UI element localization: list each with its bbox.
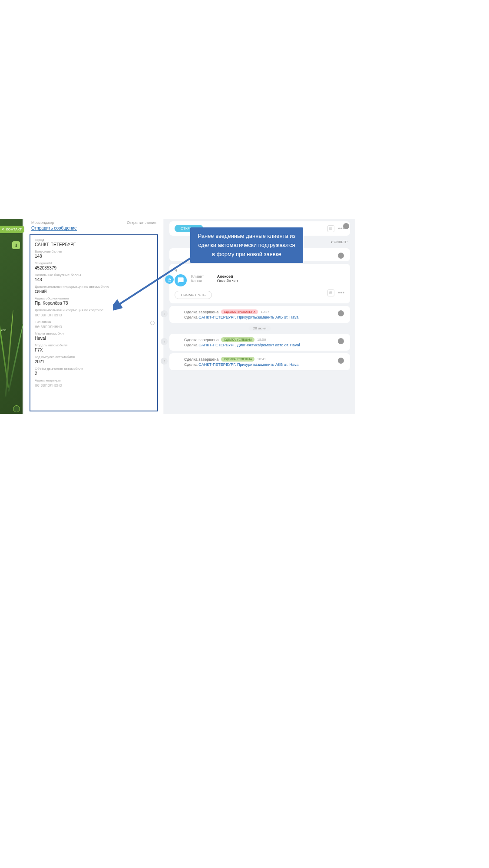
field-value: 2 — [35, 371, 153, 376]
avatar-icon[interactable] — [13, 405, 20, 412]
field-value: не заполнено — [35, 324, 153, 329]
deal-status: Сделка завершена — [184, 357, 218, 362]
messenger-label: Мессенджер — [31, 220, 77, 225]
field-value: F7X — [35, 348, 153, 352]
field-value: 2021 — [35, 359, 153, 364]
field-label: Адрес квартиры — [35, 378, 153, 382]
deal-arrow-icon: ↑ — [161, 338, 168, 345]
avatar-icon — [343, 223, 349, 229]
field-label: Город — [35, 238, 153, 242]
note-icon[interactable]: ▤ — [327, 225, 334, 232]
svg-line-0 — [117, 258, 191, 306]
deal-link[interactable]: САНКТ-ПЕТЕРБУРГ. Диагностика/ремонт авто… — [198, 343, 300, 347]
more-icon[interactable]: ••• — [338, 290, 345, 296]
avatar-icon — [338, 253, 344, 259]
deal-badge: СДЕЛКА ПРОВАЛЕНА — [221, 309, 258, 314]
form-field[interactable]: Адрес квартирыне заполнено — [35, 378, 153, 388]
avatar-icon — [338, 358, 344, 364]
gear-icon[interactable] — [150, 321, 155, 325]
deal-item[interactable]: ↑Сделка завершенаСДЕЛКА УСПЕШНА18:56Сдел… — [169, 334, 350, 351]
deal-arrow-icon: ↑ — [161, 358, 168, 365]
avatar-icon — [338, 338, 344, 344]
deal-time: 10:37 — [261, 310, 269, 314]
app-viewport: КОНТАКТ ⬇ ков Мессенджер Отправить сообщ… — [0, 219, 355, 414]
left-sidebar: КОНТАКТ ⬇ ков — [0, 219, 23, 414]
deal-status: Сделка завершена — [184, 338, 218, 342]
note-icon[interactable]: ▤ — [327, 289, 334, 296]
field-label: Год выпуска автомобиля — [35, 355, 153, 359]
annotation-arrow — [113, 253, 200, 314]
channel-value: Онлайн-чат — [217, 279, 238, 283]
form-field[interactable]: Марка автомобиляHaval — [35, 332, 153, 341]
field-label: Тип замка — [35, 320, 153, 324]
field-label: Бонусные баллы — [35, 250, 153, 253]
deal-time: 18:41 — [257, 357, 266, 361]
avatar-icon — [338, 310, 344, 316]
field-value: САНКТ-ПЕТЕРБУРГ — [35, 242, 153, 247]
open-line-label: Открытая линия — [127, 220, 156, 231]
field-label: Модель автомобиля — [35, 343, 153, 347]
field-value: не заполнено — [35, 383, 153, 388]
field-value: Haval — [35, 336, 153, 341]
kontakt-button[interactable]: КОНТАКТ — [0, 226, 25, 233]
deal-badge: СДЕЛКА УСПЕШНА — [221, 357, 254, 362]
form-field[interactable]: Модель автомобиляF7X — [35, 343, 153, 352]
sidebar-text-fragment: ков — [1, 328, 6, 332]
deal-item[interactable]: ↑Сделка завершенаСДЕЛКА УСПЕШНА18:41Сдел… — [169, 353, 350, 370]
deal-badge: СДЕЛКА УСПЕШНА — [221, 337, 254, 342]
deal-time: 18:56 — [257, 338, 266, 342]
download-icon[interactable]: ⬇ — [12, 241, 20, 249]
contact-form-panel: Мессенджер Отправить сообщение Открытая … — [24, 219, 163, 414]
deal-description: Сделка САНКТ-ПЕТЕРБУРГ. Прикурить/замени… — [184, 315, 345, 319]
deal-link[interactable]: САНКТ-ПЕТЕРБУРГ. Прикурить/заменить АКБ … — [198, 362, 299, 367]
send-message-link[interactable]: Отправить сообщение — [31, 226, 77, 231]
field-label: Объём двигателя автомобиля — [35, 367, 153, 371]
annotation-callout: Ранее введенные данные клиента из сделки… — [190, 227, 303, 263]
client-name: Алексей — [217, 274, 238, 279]
date-divider: 28 июня — [164, 326, 355, 331]
deal-description: Сделка САНКТ-ПЕТЕРБУРГ. Прикурить/замени… — [184, 362, 345, 367]
field-label: Марка автомобиля — [35, 332, 153, 335]
deal-description: Сделка САНКТ-ПЕТЕРБУРГ. Диагностика/ремо… — [184, 343, 345, 347]
form-field[interactable]: ГородСАНКТ-ПЕТЕРБУРГ — [35, 238, 153, 247]
deal-link[interactable]: САНКТ-ПЕТЕРБУРГ. Прикурить/заменить АКБ … — [198, 315, 299, 319]
form-field[interactable]: Объём двигателя автомобиля2 — [35, 367, 153, 376]
form-field[interactable]: Тип замкане заполнено — [35, 320, 153, 329]
filter-button[interactable]: ФИЛЬТР — [330, 240, 347, 244]
form-field[interactable]: Год выпуска автомобиля2021 — [35, 355, 153, 364]
